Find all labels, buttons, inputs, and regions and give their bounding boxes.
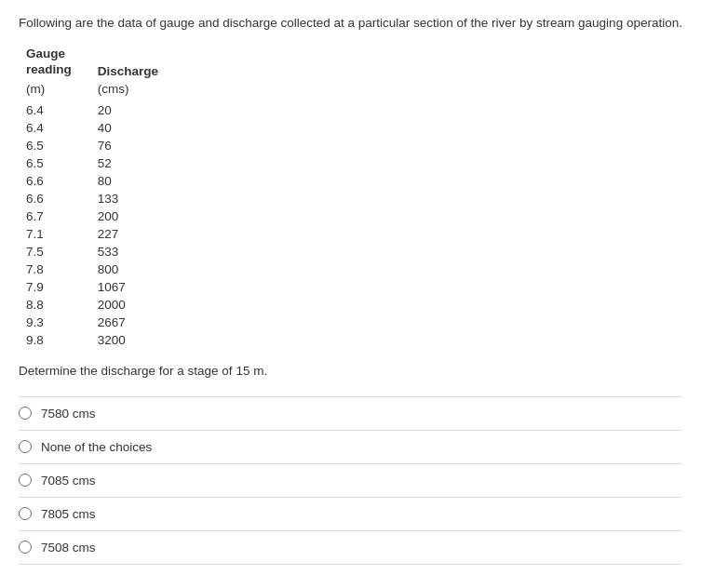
table-row: 8.82000: [22, 296, 181, 314]
col1-unit: (m): [22, 80, 94, 101]
gauge-cell: 7.8: [22, 261, 94, 278]
gauge-cell: 6.7: [22, 207, 94, 225]
radio-icon[interactable]: [19, 474, 32, 487]
table-row: 7.5533: [22, 243, 181, 261]
option-label: None of the choices: [41, 440, 152, 454]
gauge-cell: 6.5: [22, 137, 94, 154]
radio-icon[interactable]: [19, 407, 32, 420]
table-row: 9.32667: [22, 314, 181, 331]
intro-text: Following are the data of gauge and disc…: [19, 15, 682, 33]
discharge-cell: 76: [94, 137, 181, 154]
discharge-cell: 52: [94, 154, 181, 172]
table-row: 6.7200: [22, 207, 181, 225]
option-item[interactable]: 7580 cms: [19, 396, 682, 431]
discharge-cell: 20: [94, 101, 181, 119]
radio-icon[interactable]: [19, 507, 32, 520]
table-row: 6.680: [22, 172, 181, 190]
table-row: 6.552: [22, 154, 181, 172]
gauge-cell: 6.4: [22, 119, 94, 137]
table-row: 7.91067: [22, 278, 181, 296]
discharge-cell: 3200: [94, 331, 181, 349]
gauge-cell: 6.5: [22, 154, 94, 172]
gauge-cell: 8.8: [22, 296, 94, 314]
col2-unit: (cms): [94, 80, 181, 101]
question-text: Determine the discharge for a stage of 1…: [19, 364, 682, 378]
table-row: 9.83200: [22, 331, 181, 349]
discharge-cell: 1067: [94, 278, 181, 296]
radio-icon[interactable]: [19, 541, 32, 554]
table-row: 6.440: [22, 119, 181, 137]
discharge-cell: 133: [94, 190, 181, 207]
table-row: 6.6133: [22, 190, 181, 207]
option-label: 7805 cms: [41, 507, 96, 521]
gauge-cell: 6.6: [22, 190, 94, 207]
table-row: 7.8800: [22, 261, 181, 278]
gauge-cell: 7.9: [22, 278, 94, 296]
gauge-cell: 6.4: [22, 101, 94, 119]
table-row: 6.420: [22, 101, 181, 119]
discharge-cell: 200: [94, 207, 181, 225]
radio-icon[interactable]: [19, 440, 32, 453]
discharge-cell: 80: [94, 172, 181, 190]
col1-header: Gauge reading: [22, 44, 94, 80]
discharge-cell: 2000: [94, 296, 181, 314]
option-label: 7085 cms: [41, 474, 96, 488]
gauge-cell: 9.3: [22, 314, 94, 331]
gauge-cell: 9.8: [22, 331, 94, 349]
data-table-container: Gauge reading Discharge (m) (cms) 6.4206…: [19, 44, 682, 349]
option-item[interactable]: 7508 cms: [19, 531, 682, 565]
option-label: 7508 cms: [41, 541, 96, 555]
discharge-cell: 2667: [94, 314, 181, 331]
option-item[interactable]: 7805 cms: [19, 498, 682, 531]
option-label: 7580 cms: [41, 407, 96, 421]
gauge-cell: 7.1: [22, 225, 94, 243]
discharge-cell: 800: [94, 261, 181, 278]
table-row: 6.576: [22, 137, 181, 154]
option-item[interactable]: 7085 cms: [19, 464, 682, 498]
discharge-cell: 227: [94, 225, 181, 243]
table-row: 7.1227: [22, 225, 181, 243]
gauge-cell: 6.6: [22, 172, 94, 190]
discharge-cell: 533: [94, 243, 181, 261]
options-section: 7580 cmsNone of the choices7085 cms7805 …: [19, 396, 682, 565]
discharge-cell: 40: [94, 119, 181, 137]
col2-header: Discharge: [94, 44, 181, 80]
option-item[interactable]: None of the choices: [19, 431, 682, 464]
gauge-cell: 7.5: [22, 243, 94, 261]
